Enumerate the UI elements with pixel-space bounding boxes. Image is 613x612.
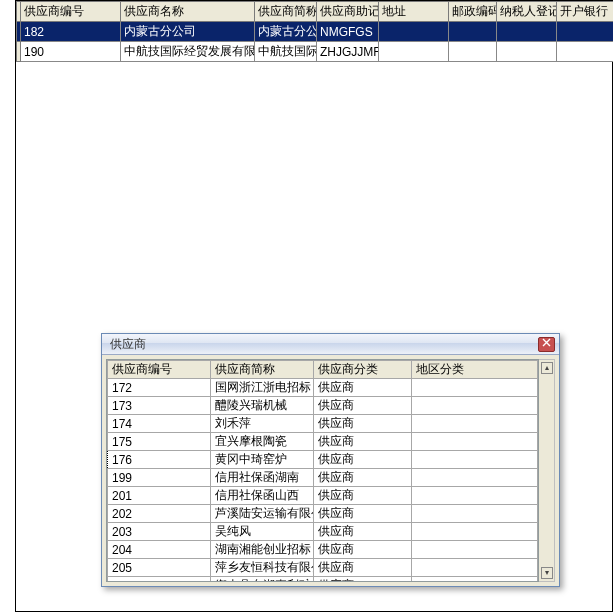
cell-short[interactable]: 内蒙古分公司 <box>255 22 317 42</box>
cell-name[interactable]: 信用社保函山西 <box>210 487 313 505</box>
table-row[interactable]: 182内蒙古分公司内蒙古分公司NMGFGS <box>17 22 614 42</box>
cell-id[interactable]: 205 <box>108 559 211 577</box>
cell-cat[interactable]: 供应商 <box>313 379 412 397</box>
cell-cat[interactable]: 供应商 <box>313 559 412 577</box>
col-short[interactable]: 供应商简称 <box>255 2 317 22</box>
supplier-main-table[interactable]: 供应商编号 供应商名称 供应商简称 供应商助记码 地址 邮政编码 纳税人登记号 … <box>16 1 613 62</box>
dialog-body: 供应商编号 供应商简称 供应商分类 地区分类 172国网浙江浙电招标供应商173… <box>102 355 559 586</box>
table-row[interactable]: 175宜兴摩根陶瓷供应商 <box>108 433 538 451</box>
pcol-region[interactable]: 地区分类 <box>412 361 538 379</box>
scroll-up-icon[interactable]: ▴ <box>541 362 553 374</box>
table-row[interactable]: 172国网浙江浙电招标供应商 <box>108 379 538 397</box>
col-mnemo[interactable]: 供应商助记码 <box>317 2 379 22</box>
cell-region[interactable] <box>412 523 538 541</box>
cell-name[interactable]: 内蒙古分公司 <box>121 22 255 42</box>
table-row[interactable]: 204湖南湘能创业招标供应商 <box>108 541 538 559</box>
popup-scrollbar[interactable]: ▴ ▾ <box>539 359 555 582</box>
scroll-down-icon[interactable]: ▾ <box>541 567 553 579</box>
table-row[interactable]: 203吴纯风供应商 <box>108 523 538 541</box>
cell-region[interactable] <box>412 487 538 505</box>
dialog-title: 供应商 <box>110 336 538 353</box>
cell-name[interactable]: 信用社保函湖南 <box>210 469 313 487</box>
cell-cat[interactable]: 供应商 <box>313 451 412 469</box>
cell-cat[interactable]: 供应商 <box>313 523 412 541</box>
table-row[interactable]: 205萍乡友恒科技有限公司供应商 <box>108 559 538 577</box>
cell-name[interactable]: 湖南湘能创业招标 <box>210 541 313 559</box>
cell-id[interactable]: 199 <box>108 469 211 487</box>
table-row[interactable]: 173醴陵兴瑞机械供应商 <box>108 397 538 415</box>
pcol-name[interactable]: 供应商简称 <box>210 361 313 379</box>
cell-short[interactable]: 中航技国际 <box>255 42 317 62</box>
cell-id[interactable]: 206 <box>108 577 211 583</box>
cell-mnemo[interactable]: ZHJGJJMFZ <box>317 42 379 62</box>
dialog-titlebar[interactable]: 供应商 <box>102 334 559 355</box>
cell-cat[interactable]: 供应商 <box>313 415 412 433</box>
cell-bank[interactable] <box>557 22 614 42</box>
cell-bank[interactable] <box>557 42 614 62</box>
cell-name[interactable]: 中航技国际经贸发展有限公司 <box>121 42 255 62</box>
table-row[interactable]: 174刘禾萍供应商 <box>108 415 538 433</box>
cell-zip[interactable] <box>449 42 497 62</box>
table-row[interactable]: 206衡山县东湖嘉利矿供应商 <box>108 577 538 583</box>
cell-id[interactable]: 172 <box>108 379 211 397</box>
cell-cat[interactable]: 供应商 <box>313 397 412 415</box>
table-row[interactable]: 190中航技国际经贸发展有限公司中航技国际ZHJGJJMFZ <box>17 42 614 62</box>
cell-cat[interactable]: 供应商 <box>313 487 412 505</box>
cell-id[interactable]: 203 <box>108 523 211 541</box>
cell-id[interactable]: 173 <box>108 397 211 415</box>
cell-id[interactable]: 176 <box>108 451 211 469</box>
cell-region[interactable] <box>412 469 538 487</box>
cell-id[interactable]: 201 <box>108 487 211 505</box>
col-id[interactable]: 供应商编号 <box>21 2 121 22</box>
cell-cat[interactable]: 供应商 <box>313 541 412 559</box>
cell-addr[interactable] <box>379 42 449 62</box>
cell-region[interactable] <box>412 451 538 469</box>
table-row[interactable]: 202芦溪陆安运输有限公司供应商 <box>108 505 538 523</box>
col-bank[interactable]: 开户银行 <box>557 2 614 22</box>
cell-name[interactable]: 黄冈中琦窑炉 <box>210 451 313 469</box>
table-row[interactable]: 176黄冈中琦窑炉供应商 <box>108 451 538 469</box>
table-row[interactable]: 199信用社保函湖南供应商 <box>108 469 538 487</box>
cell-name[interactable]: 国网浙江浙电招标 <box>210 379 313 397</box>
cell-region[interactable] <box>412 415 538 433</box>
cell-id[interactable]: 202 <box>108 505 211 523</box>
cell-cat[interactable]: 供应商 <box>313 469 412 487</box>
cell-id[interactable]: 174 <box>108 415 211 433</box>
cell-cat[interactable]: 供应商 <box>313 505 412 523</box>
cell-zip[interactable] <box>449 22 497 42</box>
cell-region[interactable] <box>412 541 538 559</box>
cell-id[interactable]: 204 <box>108 541 211 559</box>
col-name[interactable]: 供应商名称 <box>121 2 255 22</box>
cell-id[interactable]: 190 <box>21 42 121 62</box>
cell-name[interactable]: 宜兴摩根陶瓷 <box>210 433 313 451</box>
supplier-picker-dialog[interactable]: 供应商 供应商编号 供应商简称 供应商分类 地区分类 172国网浙江浙电招标供应 <box>101 333 560 587</box>
cell-region[interactable] <box>412 379 538 397</box>
col-addr[interactable]: 地址 <box>379 2 449 22</box>
cell-region[interactable] <box>412 433 538 451</box>
cell-name[interactable]: 吴纯风 <box>210 523 313 541</box>
cell-name[interactable]: 醴陵兴瑞机械 <box>210 397 313 415</box>
close-icon[interactable] <box>538 337 555 352</box>
cell-region[interactable] <box>412 505 538 523</box>
cell-cat[interactable]: 供应商 <box>313 577 412 583</box>
cell-region[interactable] <box>412 577 538 583</box>
cell-tax[interactable] <box>497 42 557 62</box>
col-tax[interactable]: 纳税人登记号 <box>497 2 557 22</box>
pcol-id[interactable]: 供应商编号 <box>108 361 211 379</box>
cell-cat[interactable]: 供应商 <box>313 433 412 451</box>
cell-name[interactable]: 芦溪陆安运输有限公司 <box>210 505 313 523</box>
cell-mnemo[interactable]: NMGFGS <box>317 22 379 42</box>
cell-region[interactable] <box>412 559 538 577</box>
cell-name[interactable]: 刘禾萍 <box>210 415 313 433</box>
cell-name[interactable]: 萍乡友恒科技有限公司 <box>210 559 313 577</box>
cell-tax[interactable] <box>497 22 557 42</box>
cell-region[interactable] <box>412 397 538 415</box>
cell-addr[interactable] <box>379 22 449 42</box>
col-zip[interactable]: 邮政编码 <box>449 2 497 22</box>
cell-id[interactable]: 182 <box>21 22 121 42</box>
cell-name[interactable]: 衡山县东湖嘉利矿 <box>210 577 313 583</box>
table-row[interactable]: 201信用社保函山西供应商 <box>108 487 538 505</box>
supplier-popup-table[interactable]: 供应商编号 供应商简称 供应商分类 地区分类 172国网浙江浙电招标供应商173… <box>107 360 538 582</box>
cell-id[interactable]: 175 <box>108 433 211 451</box>
pcol-cat[interactable]: 供应商分类 <box>313 361 412 379</box>
